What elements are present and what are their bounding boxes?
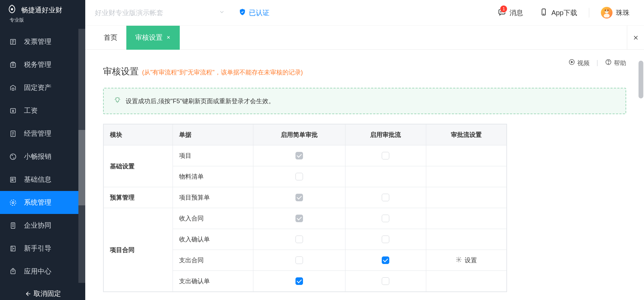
doc-cell: 项目 (173, 145, 253, 166)
svg-point-23 (607, 9, 609, 11)
approval-flow-checkbox[interactable] (382, 236, 389, 243)
svg-point-10 (12, 202, 14, 204)
notice-text: 设置成功后,须按"F5"键刷新页面或重新登录才会生效。 (126, 97, 275, 105)
sidebar-item-tax[interactable]: 税务管理 (0, 53, 85, 76)
logo-icon (6, 3, 18, 16)
sidebar-item-payroll[interactable]: 工资 (0, 99, 85, 122)
table-row: 项目合同收入合同 (104, 208, 507, 229)
sidebar-item-label: 税务管理 (24, 60, 51, 69)
sidebar-unpin-label: 取消固定 (34, 289, 61, 298)
page-subtitle: (从"有审流程"到"无审流程"，该单据不能存在未审核的记录) (142, 68, 303, 76)
sidebar-item-label: 新手引导 (24, 244, 51, 253)
sidebar-item-label: 固定资产 (24, 83, 51, 92)
sidebar-item-invoice[interactable]: 发票管理 (0, 30, 85, 53)
flow-settings-link[interactable]: 设置 (456, 256, 477, 264)
certified-label: 已认证 (249, 8, 269, 17)
sidebar-item-collab[interactable]: 企业协同 (0, 214, 85, 237)
help-link[interactable]: 帮助 (605, 59, 626, 67)
tabs-close-all[interactable] (627, 26, 644, 50)
download-button[interactable]: App下载 (535, 8, 582, 18)
module-cell: 预算管理 (104, 187, 173, 208)
download-label: App下载 (551, 8, 577, 17)
logo: 畅捷通好业财 (0, 0, 85, 16)
gear-icon (456, 256, 462, 264)
account-select[interactable]: 好业财专业版演示帐套 (95, 8, 225, 17)
simple-approval-checkbox[interactable] (295, 194, 303, 201)
helpbar-divider (597, 60, 597, 66)
appcenter-icon (9, 267, 17, 276)
simple-approval-checkbox[interactable] (295, 277, 303, 285)
message-label: 消息 (509, 8, 523, 17)
column-header: 单据 (173, 124, 253, 145)
approval-flow-checkbox[interactable] (382, 277, 389, 285)
simple-approval-checkbox[interactable] (295, 236, 303, 243)
help-bar: 视频 帮助 (568, 59, 626, 67)
svg-point-22 (605, 9, 606, 11)
main: 好业财专业版演示帐套 已认证 1 消息 App下载 (85, 0, 644, 300)
sidebar-item-fixed-asset[interactable]: 固定资产 (0, 76, 85, 99)
simple-approval-checkbox[interactable] (295, 215, 303, 222)
avatar (601, 7, 613, 19)
sidebar-item-operation[interactable]: 经营管理 (0, 122, 85, 145)
sidebar-item-expense[interactable]: 小畅报销 (0, 145, 85, 168)
svg-point-24 (606, 11, 606, 12)
user-label: 珠珠 (616, 8, 630, 17)
column-header: 启用审批流 (345, 124, 426, 145)
shield-icon (239, 8, 246, 17)
video-link[interactable]: 视频 (568, 59, 590, 67)
approval-flow-checkbox[interactable] (382, 194, 389, 201)
content-scrollbar-thumb[interactable] (639, 61, 643, 98)
doc-cell: 收入确认单 (173, 229, 253, 250)
doc-cell: 收入合同 (173, 208, 253, 229)
close-icon[interactable] (166, 34, 171, 41)
tax-icon (9, 61, 17, 69)
expense-icon (9, 153, 17, 161)
payroll-icon (9, 107, 17, 115)
doc-cell: 支出确认单 (173, 271, 253, 292)
sidebar-item-guide[interactable]: 新手引导 (0, 237, 85, 260)
approval-flow-checkbox[interactable] (382, 215, 389, 222)
sidebar-unpin-button[interactable]: 取消固定 (0, 283, 85, 300)
svg-point-34 (458, 259, 460, 260)
play-icon (568, 59, 575, 67)
sidebar-scrollbar-track[interactable] (78, 29, 85, 283)
svg-rect-3 (12, 88, 14, 90)
content-scrollbar-track[interactable] (637, 50, 644, 300)
simple-approval-checkbox[interactable] (295, 152, 303, 159)
sidebar-item-label: 经营管理 (24, 129, 51, 138)
tab-label: 审核设置 (135, 33, 163, 42)
svg-point-28 (608, 63, 609, 64)
help-icon (605, 59, 612, 67)
message-button[interactable]: 1 消息 (493, 8, 528, 18)
column-header: 审批流设置 (426, 124, 506, 145)
notice-banner: 设置成功后,须按"F5"键刷新页面或重新登录才会生效。 (103, 88, 626, 114)
simple-approval-checkbox[interactable] (295, 173, 303, 180)
sidebar-item-system[interactable]: 系统管理 (0, 191, 85, 214)
settings-label: 设置 (465, 256, 477, 264)
sidebar-item-label: 系统管理 (24, 198, 51, 207)
sidebar-item-appcenter[interactable]: 应用中心 (0, 260, 85, 283)
svg-rect-11 (11, 223, 15, 228)
approval-flow-checkbox[interactable] (382, 256, 389, 264)
sidebar-scrollbar-thumb[interactable] (78, 130, 85, 205)
account-select-label: 好业财专业版演示帐套 (95, 8, 163, 17)
sidebar-item-label: 工资 (24, 106, 38, 115)
lightbulb-icon (114, 97, 121, 105)
svg-point-6 (10, 154, 16, 159)
table-row: 预算管理项目预算单 (104, 187, 507, 208)
column-header: 模块 (104, 124, 173, 145)
user-menu[interactable]: 珠珠 (596, 7, 634, 19)
simple-approval-checkbox[interactable] (295, 256, 303, 264)
chevron-down-icon (219, 9, 225, 17)
help-label: 帮助 (614, 59, 626, 67)
tab-home[interactable]: 首页 (95, 26, 126, 50)
sidebar-scroll: 发票管理税务管理固定资产工资经营管理小畅报销基础信息系统管理企业协同新手引导应用… (0, 29, 85, 283)
operation-icon (9, 130, 17, 138)
tab-audit[interactable]: 审核设置 (126, 26, 180, 50)
certified-badge: 已认证 (239, 8, 269, 17)
approval-flow-checkbox[interactable] (382, 152, 389, 159)
collab-icon (9, 221, 17, 230)
sidebar-item-basic[interactable]: 基础信息 (0, 168, 85, 191)
phone-icon (540, 8, 548, 18)
svg-line-33 (119, 98, 119, 98)
